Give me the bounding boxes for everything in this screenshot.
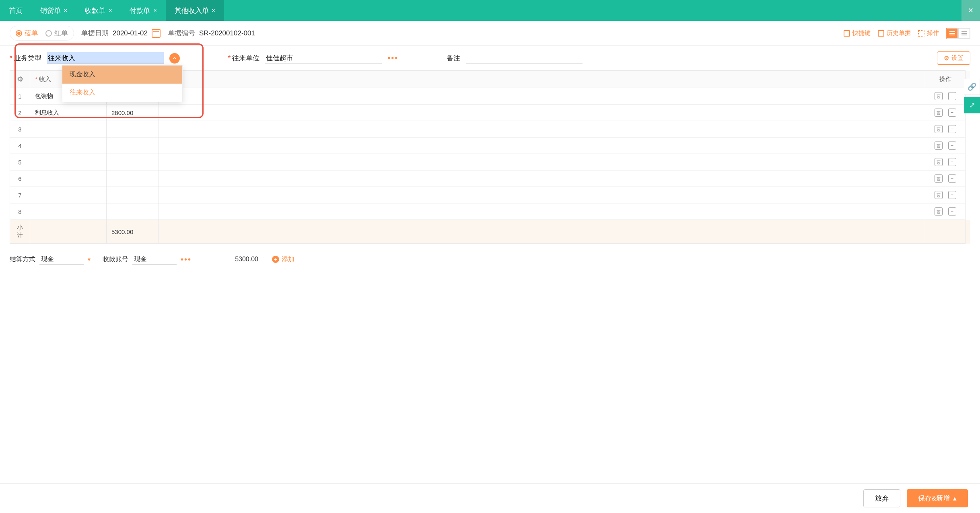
add-row-button[interactable]: + bbox=[948, 109, 956, 117]
cell-name[interactable] bbox=[30, 137, 107, 154]
document-header: 蓝单 红单 单据日期 2020-01-02 单据编号 SR-20200102-0… bbox=[0, 21, 980, 46]
add-row-button[interactable]: + bbox=[948, 207, 956, 215]
add-payment-button[interactable]: + 添加 bbox=[272, 255, 294, 264]
chevron-down-icon[interactable]: ▾ bbox=[88, 256, 91, 263]
biz-type-field: *业务类型 bbox=[10, 52, 180, 64]
add-row-button[interactable]: + bbox=[948, 142, 956, 150]
table-row[interactable]: 7 + bbox=[10, 187, 970, 203]
delete-row-button[interactable] bbox=[935, 207, 943, 215]
row-index: 1 bbox=[10, 88, 30, 105]
close-icon[interactable]: × bbox=[212, 7, 215, 14]
attachment-button[interactable]: 🔗 bbox=[964, 79, 980, 95]
close-icon[interactable]: × bbox=[64, 7, 67, 14]
cell-name[interactable] bbox=[30, 170, 107, 187]
cell-amount[interactable] bbox=[107, 203, 159, 220]
cell-name[interactable] bbox=[30, 121, 107, 137]
tab-payment[interactable]: 付款单× bbox=[121, 0, 165, 21]
cell-remark[interactable] bbox=[159, 137, 925, 154]
more-icon[interactable]: ••• bbox=[181, 255, 191, 264]
add-row-button[interactable]: + bbox=[948, 92, 956, 100]
row-index: 2 bbox=[10, 105, 30, 121]
cell-ops: + bbox=[925, 154, 966, 170]
cell-remark[interactable] bbox=[159, 88, 925, 105]
close-all-button[interactable]: × bbox=[961, 0, 980, 21]
cell-amount[interactable]: 2800.00 bbox=[107, 105, 159, 121]
receive-account[interactable]: 收款账号 现金 ••• bbox=[103, 254, 191, 265]
payment-amount[interactable]: 5300.00 bbox=[204, 255, 260, 264]
view-list-button[interactable] bbox=[946, 28, 958, 39]
grid-icon bbox=[918, 30, 924, 37]
row-index: 6 bbox=[10, 170, 30, 187]
radio-blue[interactable]: 蓝单 bbox=[16, 29, 38, 38]
chevron-up-icon[interactable] bbox=[169, 53, 180, 64]
cell-ops: + bbox=[925, 137, 966, 154]
add-row-button[interactable]: + bbox=[948, 125, 956, 133]
cell-ops: + bbox=[925, 203, 966, 220]
ops-button[interactable]: 操作 bbox=[918, 29, 939, 37]
cell-amount[interactable] bbox=[107, 121, 159, 137]
quickkey-button[interactable]: 快捷键 bbox=[844, 29, 871, 37]
top-nav: 首页 销货单× 收款单× 付款单× 其他收入单× × bbox=[0, 0, 980, 21]
biz-type-input[interactable] bbox=[47, 52, 164, 64]
calendar-icon[interactable] bbox=[152, 29, 161, 38]
table-row[interactable]: 5 + bbox=[10, 154, 970, 170]
table-row[interactable]: 8 + bbox=[10, 203, 970, 220]
table-row[interactable]: 3 + bbox=[10, 121, 970, 137]
add-row-button[interactable]: + bbox=[948, 174, 956, 183]
add-row-button[interactable]: + bbox=[948, 158, 956, 166]
delete-row-button[interactable] bbox=[935, 174, 943, 183]
history-button[interactable]: 历史单据 bbox=[878, 29, 911, 37]
view-card-button[interactable] bbox=[958, 28, 970, 39]
expand-button[interactable]: ⤢ bbox=[964, 97, 980, 113]
add-row-button[interactable]: + bbox=[948, 191, 956, 199]
more-icon[interactable]: ••• bbox=[387, 53, 398, 63]
cell-remark[interactable] bbox=[159, 121, 925, 137]
delete-row-button[interactable] bbox=[935, 125, 943, 133]
delete-row-button[interactable] bbox=[935, 191, 943, 199]
delete-row-button[interactable] bbox=[935, 109, 943, 117]
tab-home[interactable]: 首页 bbox=[0, 0, 31, 21]
cell-amount[interactable] bbox=[107, 137, 159, 154]
cell-remark[interactable] bbox=[159, 105, 925, 121]
delete-row-button[interactable] bbox=[935, 92, 943, 100]
tab-receipt[interactable]: 收款单× bbox=[76, 0, 121, 21]
cell-remark[interactable] bbox=[159, 203, 925, 220]
cell-name[interactable] bbox=[30, 154, 107, 170]
cell-remark[interactable] bbox=[159, 187, 925, 203]
cell-ops: + bbox=[925, 88, 966, 105]
delete-row-button[interactable] bbox=[935, 142, 943, 150]
row-index: 8 bbox=[10, 203, 30, 220]
doc-number: 单据编号 SR-20200102-001 bbox=[168, 29, 255, 38]
settings-button[interactable]: ⚙设置 bbox=[937, 51, 970, 65]
table-row[interactable]: 2 利息收入 2800.00 + bbox=[10, 105, 970, 121]
col-ops: 操作 bbox=[925, 71, 966, 88]
radio-red[interactable]: 红单 bbox=[45, 29, 68, 38]
row-index: 5 bbox=[10, 154, 30, 170]
cell-remark[interactable] bbox=[159, 170, 925, 187]
payment-row: 结算方式 现金 ▾ 收款账号 现金 ••• 5300.00 + 添加 bbox=[0, 244, 980, 275]
close-icon[interactable]: × bbox=[109, 7, 112, 14]
tab-sales[interactable]: 销货单× bbox=[31, 0, 76, 21]
dropdown-option-receivable[interactable]: 往来收入 bbox=[62, 84, 182, 102]
table-row[interactable]: 4 + bbox=[10, 137, 970, 154]
column-config[interactable]: ⚙ bbox=[10, 71, 30, 88]
table-row[interactable]: 6 + bbox=[10, 170, 970, 187]
cell-amount[interactable] bbox=[107, 187, 159, 203]
close-icon[interactable]: × bbox=[153, 7, 156, 14]
party-input[interactable] bbox=[265, 52, 382, 64]
cell-amount[interactable] bbox=[107, 154, 159, 170]
tab-other-income[interactable]: 其他收入单× bbox=[166, 0, 224, 21]
cell-remark[interactable] bbox=[159, 154, 925, 170]
cell-amount[interactable] bbox=[107, 170, 159, 187]
side-helpers: 🔗 ⤢ bbox=[964, 79, 980, 113]
cell-name[interactable] bbox=[30, 203, 107, 220]
settle-method[interactable]: 结算方式 现金 ▾ bbox=[10, 254, 91, 265]
date-value[interactable]: 2020-01-02 bbox=[113, 29, 148, 37]
delete-row-button[interactable] bbox=[935, 158, 943, 166]
cell-name[interactable] bbox=[30, 187, 107, 203]
cell-name[interactable]: 利息收入 bbox=[30, 105, 107, 121]
remark-input[interactable] bbox=[466, 52, 583, 64]
gear-icon: ⚙ bbox=[17, 75, 23, 83]
remark-field: 备注 bbox=[447, 52, 583, 64]
dropdown-option-cash[interactable]: 现金收入 bbox=[62, 66, 182, 84]
